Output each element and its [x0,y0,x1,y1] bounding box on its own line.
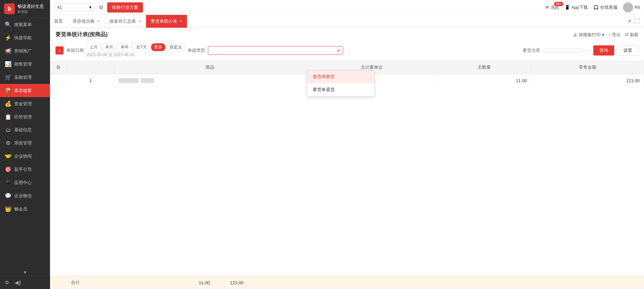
print-label: 按模板打印 [579,32,601,38]
filter-bar: › 单据日期 上月 本月 本年 近7天 更多 自定义 2023-05-06 至 … [50,40,644,61]
user-menu[interactable]: Rit [623,2,640,13]
prev-month-btn[interactable]: 上月 [87,43,101,51]
col-row-num [67,61,114,74]
sidebar-settings-icon[interactable]: ⚙ [5,280,9,286]
date-range-text: 2023-05-06 至 2023-06-06 [87,52,185,58]
tab-label-home: 首页 [54,18,63,24]
sidebar-item-guide[interactable]: 🎯新手引导 [0,163,50,176]
footer-values: 11.00 121.00 [91,280,243,285]
sidebar-item-sales[interactable]: 📊销售管理 [0,58,50,71]
refresh-btn[interactable]: ↺ 刷新 [625,32,639,38]
sidebar-item-shortcut[interactable]: ⚡快捷导航 [0,31,50,44]
date-filter-group: 单据日期 上月 本月 本年 近7天 更多 自定义 2023-05-06 至 20… [66,43,185,58]
tenant-selector[interactable]: 41 ▾ [54,3,95,11]
sidebar-icon-finance: 💰 [5,101,11,107]
tab-close-inventory-batch[interactable]: × [97,19,100,24]
dropdown-option-requisition-return[interactable]: 要货单退货 [307,83,374,96]
sidebar-item-inventory[interactable]: 📦库存核算 [0,84,50,97]
sidebar-label-shortcut: 快捷导航 [14,35,32,41]
tabbar-actions: ✕ ⛶ [627,18,640,24]
type-dropdown: 要货单要货 要货单退货 [307,70,375,96]
date-range-row: 上月 本月 本年 近7天 更多 自定义 2023-05-06 至 2023-06… [87,43,185,58]
tab-label-receivable-summary: 收发存汇总表 [110,18,136,24]
sidebar-label-operations: 经营管理 [14,114,32,120]
sidebar-icon-inventory: 📦 [5,87,11,94]
print-icon: 🖨 [573,32,577,37]
custom-date-btn[interactable]: 自定义 [167,43,185,51]
sidebar-scroll-down[interactable]: ▼ [23,270,27,275]
tenant-value: 41 [57,5,88,10]
sidebar-item-wechat[interactable]: 💬企业微信 [0,189,50,202]
refresh-icon: ↺ [625,32,628,37]
warehouse-more-icon[interactable]: ··· [586,47,591,53]
sidebar-label-search: 搜索菜单 [14,22,32,28]
app-name: 畅捷通好生意 [18,3,44,9]
sidebar-label-appcenter: 应用中心 [14,180,32,186]
export-btn[interactable]: ↑ 导出 [609,32,621,38]
export-icon: ↑ [609,32,611,37]
sidebar-label-marketing: 营销推广 [14,48,32,54]
refresh-label: 刷新 [630,32,639,38]
tab-inventory-batch[interactable]: 库存批次账× [68,15,105,28]
table-settings-gear-icon[interactable]: ⚙ [56,64,61,70]
topbar-right: ✉ 消息 99+ 📱 App下载 🎧 在线客服 Rit [545,2,640,13]
app-sub: 标准版 [18,9,44,14]
sidebar-item-system[interactable]: ⚙系统管理 [0,136,50,150]
sidebar-icon-member: 👑 [5,206,11,212]
tab-receivable-summary[interactable]: 收发存汇总表× [105,15,146,28]
col-settings[interactable]: ⚙ [50,61,67,74]
query-btn[interactable]: 查询 [593,45,614,55]
sidebar-icon-search: 🔍 [5,21,11,28]
tab-close-receivable-summary[interactable]: × [139,19,141,24]
topbar-gear-icon[interactable]: ⚙ [97,3,104,12]
print-btn[interactable]: 🖨 按模板打印 ▾ [573,32,604,38]
dropdown-option-requisition-order[interactable]: 要货单要货 [307,70,374,83]
tab-close-window-icon[interactable]: ✕ [627,18,632,24]
sidebar-label-finance: 资金管理 [14,101,32,107]
messages-btn[interactable]: ✉ 消息 99+ [545,4,559,10]
sidebar-item-operations[interactable]: 📋经营管理 [0,110,50,124]
footer-amount: 121.00 [230,280,244,285]
sidebar-label-sales: 销售管理 [14,61,32,67]
sidebar-item-search[interactable]: 🔍搜索菜单 [0,18,50,31]
type-filter-select[interactable]: ∧ [208,46,343,55]
more-dates-btn[interactable]: 更多 [151,43,165,51]
sidebar-icon-wechat: 💬 [5,193,11,199]
user-name: Rit [635,5,640,10]
sidebar-collapse-icon[interactable]: ◀‖ [15,280,21,286]
logo-text: 畅捷通好生意 标准版 [18,3,44,14]
warehouse-filter-input[interactable] [543,49,583,52]
filter-toggle-btn[interactable]: › [55,46,64,54]
online-service-btn[interactable]: 🎧 在线客服 [593,4,618,10]
sidebar-item-cooperation[interactable]: 🤝企业协同 [0,150,50,163]
sidebar-item-marketing[interactable]: 📢营销推广 [0,44,50,58]
sidebar-item-appcenter[interactable]: 📱应用中心 [0,176,50,189]
sidebar-nav: 🔍搜索菜单⚡快捷导航📢营销推广📊销售管理🛒采购管理📦库存核算💰资金管理📋经营管理… [0,18,50,269]
tab-home[interactable]: 首页 [54,15,68,28]
topbar: 41 ▾ ⚙ 体验行业方案 ✉ 消息 99+ 📱 App下载 🎧 在线客服 Ri… [50,0,644,15]
sidebar-item-purchase[interactable]: 🛒采购管理 [0,71,50,84]
filter-settings-btn[interactable]: 设置 [617,45,639,56]
sidebar-item-basicinfo[interactable]: 🗂基础信息 [0,124,50,136]
page-header-actions: 🖨 按模板打印 ▾ ↑ 导出 ↺ 刷新 [573,32,639,38]
warehouse-filter-label: 要货仓库 [523,47,540,53]
this-month-btn[interactable]: 本月 [102,43,116,51]
this-year-btn[interactable]: 本年 [118,43,132,51]
sidebar-item-finance[interactable]: 💰资金管理 [0,97,50,110]
tab-close-requisition-stats[interactable]: × [180,19,182,24]
page-header: 要货单统计表(按商品) 🖨 按模板打印 ▾ ↑ 导出 ↺ 刷新 [50,28,644,40]
trial-btn[interactable]: 体验行业方案 [107,2,143,13]
tab-expand-icon[interactable]: ⛶ [635,18,640,24]
user-avatar [623,2,633,13]
print-chevron-icon: ▾ [602,32,604,37]
sidebar-icon-sales: 📊 [5,61,11,67]
app-download-btn[interactable]: 📱 App下载 [565,4,588,10]
sidebar-footer: ⚙ ◀‖ [0,276,50,289]
tab-requisition-stats[interactable]: 要货单统计表× [146,15,187,28]
app-download-label: App下载 [571,4,588,10]
sidebar-item-member[interactable]: 👑畅会员 [0,202,50,216]
content-area: 要货单统计表(按商品) 🖨 按模板打印 ▾ ↑ 导出 ↺ 刷新 › [50,28,644,289]
warehouse-filter-group: 要货仓库 ··· [523,47,591,53]
sidebar-icon-basicinfo: 🗂 [5,127,11,133]
last7days-btn[interactable]: 近7天 [133,43,150,51]
